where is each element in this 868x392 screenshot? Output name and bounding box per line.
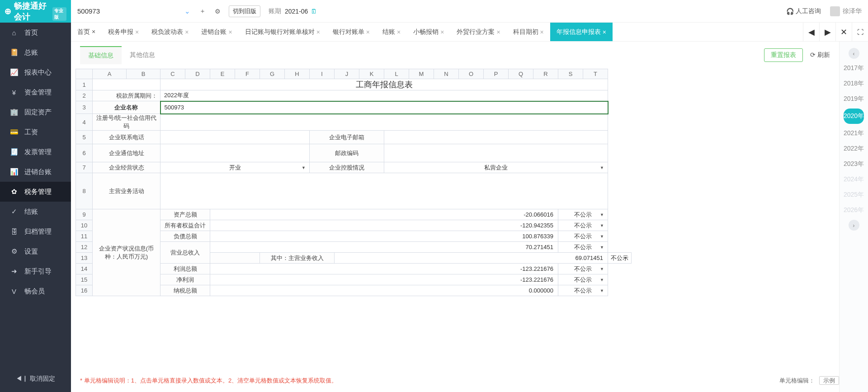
cell-11-val[interactable]: 100.876339 xyxy=(210,231,558,242)
cell-10-sel[interactable]: 不公示 xyxy=(558,220,608,231)
calendar-icon[interactable]: 🗓 xyxy=(311,8,317,15)
company-selector[interactable]: 500973 ⌄ xyxy=(77,7,195,15)
cell-12-sel[interactable]: 不公示 xyxy=(558,242,608,253)
close-icon[interactable]: × xyxy=(440,28,444,36)
row-2[interactable]: 2 xyxy=(76,90,93,101)
cell-phone-val[interactable] xyxy=(160,131,310,144)
cell-10-val[interactable]: -120.942355 xyxy=(210,220,558,231)
col-Q[interactable]: Q xyxy=(509,69,533,79)
col-D[interactable]: D xyxy=(185,69,210,79)
nav-item-10[interactable]: 🗄归档管理 xyxy=(0,222,71,241)
tab-4[interactable]: 日记账与银行对账单核对× xyxy=(239,23,326,41)
cell-hold-val[interactable]: 私营企业 xyxy=(384,162,608,173)
col-T[interactable]: T xyxy=(583,69,608,79)
year-2021年[interactable]: 2021年 xyxy=(841,126,867,141)
cell-period-val[interactable]: 2022年度 xyxy=(160,90,608,101)
nav-item-12[interactable]: ➜新手引导 xyxy=(0,261,71,281)
col-J[interactable]: J xyxy=(335,69,359,79)
period-value[interactable]: 2021-06 xyxy=(285,8,308,15)
nav-item-6[interactable]: 🧾发票管理 xyxy=(0,142,71,162)
tab-6[interactable]: 结账× xyxy=(376,23,407,41)
nav-item-4[interactable]: 🏢固定资产 xyxy=(0,102,71,122)
tab-9[interactable]: 科目期初× xyxy=(507,23,550,41)
tab-3[interactable]: 进销台账× xyxy=(195,23,238,41)
user-menu[interactable]: 徐泽华 xyxy=(830,6,862,16)
example-button[interactable]: 示例 xyxy=(819,376,839,385)
tab-basic-info[interactable]: 基础信息 xyxy=(80,46,122,64)
row-12[interactable]: 12 xyxy=(76,242,93,253)
close-icon[interactable]: × xyxy=(366,28,370,36)
year-2022年[interactable]: 2022年 xyxy=(841,141,867,156)
col-K[interactable]: K xyxy=(359,69,384,79)
cell-mainbiz-val[interactable] xyxy=(160,173,608,209)
year-2017年[interactable]: 2017年 xyxy=(841,61,867,76)
close-icon[interactable]: × xyxy=(397,28,401,36)
spreadsheet[interactable]: ABCDEFGHIJKLMNOPQRST1工商年报信息表2税款所属期间：2022… xyxy=(75,69,835,345)
col-A[interactable]: A xyxy=(93,69,127,79)
year-2018年[interactable]: 2018年 xyxy=(841,76,867,91)
nav-item-2[interactable]: 📈报表中心 xyxy=(0,62,71,82)
col-R[interactable]: R xyxy=(533,69,558,79)
row-14[interactable]: 14 xyxy=(76,264,93,274)
gear-icon[interactable]: ⚙ xyxy=(215,8,221,15)
col-G[interactable]: G xyxy=(260,69,285,79)
row-10[interactable]: 10 xyxy=(76,220,93,231)
row-6[interactable]: 6 xyxy=(76,144,93,162)
row-15[interactable]: 15 xyxy=(76,274,93,285)
nav-item-0[interactable]: ⌂首页 xyxy=(0,23,71,43)
close-icon[interactable]: × xyxy=(603,28,606,36)
tab-0[interactable]: 首页 × xyxy=(71,23,102,41)
col-E[interactable]: E xyxy=(210,69,235,79)
nav-item-5[interactable]: 💳工资 xyxy=(0,122,71,142)
cell-company-val[interactable]: 500973 xyxy=(160,101,608,114)
year-next[interactable]: › xyxy=(849,220,859,231)
unpin-button[interactable]: ◀▏ 取消固定 xyxy=(0,375,71,383)
tab-scroll-right[interactable]: ▶ xyxy=(819,23,835,41)
tab-5[interactable]: 银行对账单× xyxy=(326,23,376,41)
row-11[interactable]: 11 xyxy=(76,231,93,242)
tab-other-info[interactable]: 其他信息 xyxy=(122,47,163,64)
cell-16-sel[interactable]: 不公示 xyxy=(558,285,608,296)
nav-item-13[interactable]: V畅会员 xyxy=(0,281,71,301)
nav-item-8[interactable]: ✿税务管理 xyxy=(0,182,71,202)
year-2023年[interactable]: 2023年 xyxy=(841,156,867,172)
add-icon[interactable]: ＋ xyxy=(199,7,206,15)
col-F[interactable]: F xyxy=(235,69,260,79)
nav-item-3[interactable]: ¥资金管理 xyxy=(0,82,71,102)
cell-14-sel[interactable]: 不公示 xyxy=(558,264,608,274)
tab-8[interactable]: 外贸行业方案× xyxy=(450,23,506,41)
close-icon[interactable]: × xyxy=(316,28,320,36)
cell-13-val[interactable]: 69.071451 xyxy=(335,253,608,264)
nav-item-11[interactable]: ⚙设置 xyxy=(0,241,71,261)
col-C[interactable]: C xyxy=(160,69,185,79)
col-O[interactable]: O xyxy=(459,69,484,79)
cell-11-sel[interactable]: 不公示 xyxy=(558,231,608,242)
cell-regno-val[interactable] xyxy=(160,114,608,131)
year-2020年[interactable]: 2020年 xyxy=(844,109,864,124)
col-P[interactable]: P xyxy=(484,69,509,79)
tab-10[interactable]: 年报信息申报表× xyxy=(550,23,613,41)
nav-item-9[interactable]: ✓结账 xyxy=(0,202,71,222)
cell-15-sel[interactable]: 不公示 xyxy=(558,274,608,285)
reset-report-button[interactable]: 重置报表 xyxy=(764,48,803,62)
row-13[interactable]: 13 xyxy=(76,253,93,264)
col-H[interactable]: H xyxy=(285,69,310,79)
col-L[interactable]: L xyxy=(384,69,409,79)
col-M[interactable]: M xyxy=(409,69,434,79)
consult-button[interactable]: 🎧 人工咨询 xyxy=(786,7,821,15)
tab-1[interactable]: 税务申报× xyxy=(102,23,145,41)
switch-old-button[interactable]: 切到旧版 xyxy=(229,5,260,17)
year-2019年[interactable]: 2019年 xyxy=(841,91,867,107)
cell-9-sel[interactable]: 不公示 xyxy=(558,209,608,220)
tab-2[interactable]: 税负波动表× xyxy=(145,23,195,41)
tab-scroll-left[interactable]: ◀ xyxy=(803,23,819,41)
row-1[interactable]: 1 xyxy=(76,79,93,90)
year-prev[interactable]: ‹ xyxy=(849,48,859,59)
close-icon[interactable]: × xyxy=(496,28,500,36)
col-B[interactable]: B xyxy=(127,69,160,79)
cell-post-val[interactable] xyxy=(384,144,608,162)
close-icon[interactable]: × xyxy=(135,28,139,36)
row-4[interactable]: 4 xyxy=(76,114,93,131)
col-I[interactable]: I xyxy=(310,69,335,79)
tab-7[interactable]: 小畅报销× xyxy=(407,23,450,41)
